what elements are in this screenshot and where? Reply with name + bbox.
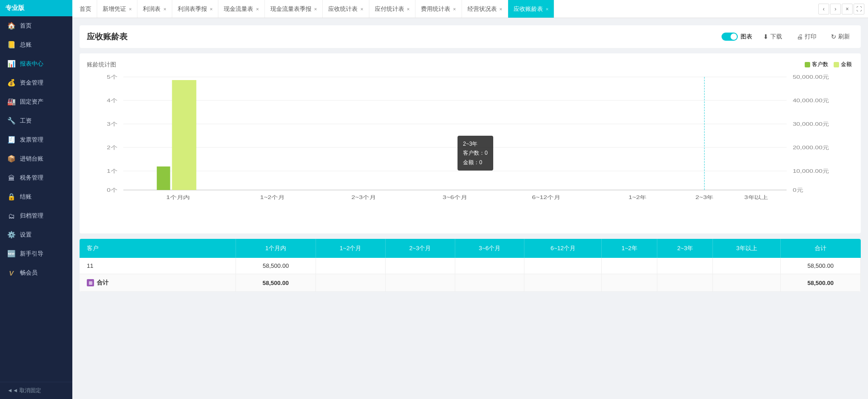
close-icon[interactable]: ×: [407, 6, 410, 12]
sidebar-item-salary[interactable]: 🔧 工资: [0, 111, 72, 130]
sidebar-item-funds[interactable]: 💰 资金管理: [0, 73, 72, 92]
sidebar-item-tax[interactable]: 🏛 税务管理: [0, 168, 72, 187]
page-header: 应收账龄表 图表 ⬇ 下载 🖨 打印 ↻ 刷新: [80, 25, 861, 48]
tab-prev-button[interactable]: ‹: [818, 4, 829, 14]
cell-total-m6: [455, 274, 524, 292]
salary-icon: 🔧: [7, 117, 15, 125]
cell-y2: [602, 258, 657, 274]
close-icon[interactable]: ×: [256, 6, 259, 12]
tab-ar-stats[interactable]: 应收统计表 ×: [323, 0, 369, 18]
sidebar-item-ledger[interactable]: 📒 总账: [0, 35, 72, 54]
cell-y3plus: [713, 258, 781, 274]
vip-icon: V: [7, 269, 15, 277]
tab-label: 应收账龄表: [514, 5, 543, 13]
table-header-row: 客户 1个月内 1~2个月 2~3个月 3~6个月 6~12个月 1~2年 2~…: [80, 239, 861, 258]
tab-close-all-button[interactable]: ×: [842, 4, 853, 14]
sidebar-item-close[interactable]: 🔒 结账: [0, 187, 72, 206]
svg-text:1~2年: 1~2年: [628, 195, 646, 200]
chart-svg: 0个 1个 2个 3个 4个 5个 0元 10,000.00元 20,000.0…: [87, 72, 854, 217]
svg-text:40,000.00元: 40,000.00元: [793, 98, 829, 104]
tab-maximize-button[interactable]: ⛶: [854, 4, 864, 14]
tab-ap-stats[interactable]: 应付统计表 ×: [369, 0, 415, 18]
close-icon[interactable]: ×: [314, 6, 317, 12]
print-button[interactable]: 🖨 打印: [793, 31, 820, 43]
tab-voucher[interactable]: 新增凭证 ×: [97, 0, 137, 18]
settings-icon: ⚙️: [7, 231, 15, 239]
sidebar-item-archive[interactable]: 🗂 归档管理: [0, 206, 72, 225]
sidebar-item-label: 总账: [20, 41, 32, 49]
chart-toggle[interactable]: [722, 33, 738, 41]
close-icon[interactable]: ×: [129, 6, 132, 12]
tab-label: 现金流量表: [224, 5, 253, 13]
sidebar-item-invoice[interactable]: 🧾 发票管理: [0, 130, 72, 149]
col-y3plus: 3年以上: [713, 239, 781, 258]
tab-home[interactable]: 首页: [74, 0, 97, 18]
tab-ar-aging[interactable]: 应收账龄表 ×: [508, 0, 554, 18]
aging-table: 客户 1个月内 1~2个月 2~3个月 3~6个月 6~12个月 1~2年 2~…: [80, 239, 861, 292]
cell-total-label: ⊞ 合计: [80, 274, 236, 291]
svg-text:0个: 0个: [107, 187, 117, 193]
cell-m1: 58,500.00: [236, 258, 316, 274]
sidebar-item-label: 畅会员: [20, 269, 38, 277]
tab-label: 利润表季报: [178, 5, 207, 13]
sidebar-item-label: 首页: [20, 22, 32, 30]
svg-text:3~6个月: 3~6个月: [443, 195, 467, 200]
sidebar-item-reports[interactable]: 📊 报表中心: [0, 54, 72, 73]
cell-total-m3: [385, 274, 455, 292]
sidebar-item-label: 新手引导: [20, 250, 43, 258]
sidebar-item-label: 设置: [20, 231, 32, 239]
tab-label: 经营状况表: [467, 5, 497, 13]
table-section: 客户 1个月内 1~2个月 2~3个月 3~6个月 6~12个月 1~2年 2~…: [80, 239, 861, 292]
tab-profit[interactable]: 利润表 ×: [137, 0, 172, 18]
content-area: 应收账龄表 图表 ⬇ 下载 🖨 打印 ↻ 刷新: [72, 18, 868, 399]
tab-label: 应收统计表: [328, 5, 358, 13]
close-icon[interactable]: ×: [453, 6, 456, 12]
sidebar-item-label: 资金管理: [20, 79, 43, 87]
tab-bar: 首页 新增凭证 × 利润表 × 利润表季报 × 现金流量表 × 现金流量表季报 …: [72, 0, 868, 18]
tab-profit-q[interactable]: 利润表季报 ×: [172, 0, 218, 18]
svg-text:3个: 3个: [107, 121, 117, 127]
sidebar-item-home[interactable]: 🏠 首页: [0, 16, 72, 35]
sidebar-item-label: 进销台账: [20, 155, 43, 163]
print-label: 打印: [805, 33, 816, 41]
close-icon[interactable]: ×: [210, 6, 212, 12]
tab-expense[interactable]: 费用统计表 ×: [415, 0, 462, 18]
cell-total-m2: [316, 274, 385, 292]
refresh-button[interactable]: ↻ 刷新: [827, 31, 854, 43]
cell-total-total: 58,500.00: [780, 274, 860, 292]
close-icon[interactable]: ×: [546, 6, 548, 12]
table-total-row: ⊞ 合计 58,500.00 58,500.00: [80, 274, 861, 292]
tab-cashflow-q[interactable]: 现金流量表季报 ×: [265, 0, 323, 18]
bar-count-1: [157, 166, 170, 190]
tab-navigation: ‹ › × ⛶: [818, 4, 866, 14]
tab-label: 应付统计表: [375, 5, 404, 13]
legend-dot-yellow: [834, 62, 839, 67]
tab-next-button[interactable]: ›: [830, 4, 841, 14]
sidebar-item-guide[interactable]: 🆕 新手引导: [0, 244, 72, 263]
sidebar-item-vip[interactable]: V 畅会员: [0, 263, 72, 282]
sidebar-item-stock[interactable]: 📦 进销台账: [0, 149, 72, 168]
close-icon[interactable]: ×: [360, 6, 363, 12]
chart-section: 账龄统计图 客户数 金额: [80, 53, 861, 233]
stock-icon: 📦: [7, 155, 15, 163]
tab-cashflow[interactable]: 现金流量表 ×: [218, 0, 264, 18]
tax-icon: 🏛: [7, 174, 15, 182]
sidebar-item-assets[interactable]: 🏭 固定资产: [0, 92, 72, 111]
svg-text:10,000.00元: 10,000.00元: [793, 168, 829, 174]
close-icon[interactable]: ×: [163, 6, 166, 12]
close-icon[interactable]: ×: [500, 6, 502, 12]
svg-text:3年以上: 3年以上: [744, 195, 768, 200]
collapse-sidebar-button[interactable]: ◄◄ 取消固定: [0, 382, 72, 399]
sidebar-item-label: 工资: [20, 117, 32, 125]
sidebar-item-label: 税务管理: [20, 174, 43, 182]
total-icon: ⊞: [87, 279, 94, 286]
svg-text:50,000.00元: 50,000.00元: [793, 74, 829, 80]
col-y3: 2~3年: [657, 239, 713, 258]
cell-total-y3: [657, 274, 713, 292]
chart-legend: 客户数 金额: [805, 61, 852, 68]
cell-m12: [524, 258, 602, 274]
tab-operation[interactable]: 经营状况表 ×: [462, 0, 508, 18]
sidebar-item-settings[interactable]: ⚙️ 设置: [0, 225, 72, 244]
download-button[interactable]: ⬇ 下载: [760, 31, 786, 43]
col-y2: 1~2年: [602, 239, 657, 258]
